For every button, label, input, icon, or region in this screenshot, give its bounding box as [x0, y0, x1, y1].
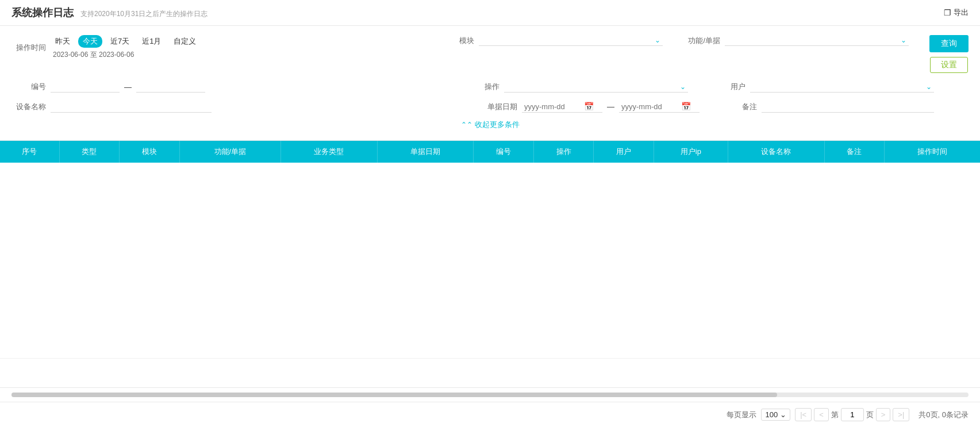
page-size-value: 100: [765, 410, 778, 419]
time-1month[interactable]: 近1月: [137, 35, 166, 48]
user-label: 用户: [711, 82, 745, 92]
per-page-label: 每页显示: [727, 410, 756, 420]
query-button[interactable]: 查询: [929, 35, 969, 52]
filter-area: 操作时间 昨天 今天 近7天 近1月 自定义 2023-06-06 至 2023…: [0, 26, 980, 141]
user-select[interactable]: ⌄: [750, 82, 934, 93]
operation-chevron-icon: ⌄: [680, 83, 686, 91]
first-page-button[interactable]: |<: [795, 408, 812, 421]
voucher-date-label: 单据日期: [477, 102, 517, 112]
page-unit: 页: [866, 410, 874, 420]
table-body: [0, 163, 980, 358]
time-range: 2023-06-06 至 2023-06-06: [53, 50, 201, 60]
export-label: 导出: [954, 7, 969, 18]
export-button[interactable]: ❐ 导出: [944, 7, 969, 18]
remark-input[interactable]: [762, 101, 934, 113]
total-text: 共0页, 0条记录: [918, 410, 969, 420]
number-dash: —: [124, 83, 132, 91]
prev-page-button[interactable]: <: [814, 408, 829, 421]
action-buttons: 查询 设置: [929, 35, 969, 73]
table-col-用户ip: 用户ip: [654, 141, 728, 163]
page-size-select[interactable]: 100 ⌄: [761, 409, 790, 421]
module-chevron-icon: ⌄: [655, 36, 660, 44]
operation-select[interactable]: ⌄: [504, 82, 688, 93]
table-col-单据日期: 单据日期: [377, 141, 474, 163]
table-wrapper: 序号类型模块功能/单据业务类型单据日期编号操作用户用户ip设备名称备注操作时间: [0, 141, 980, 387]
table-col-用户: 用户: [594, 141, 654, 163]
date-dash: —: [607, 102, 614, 111]
time-custom[interactable]: 自定义: [169, 35, 201, 48]
number-label: 编号: [11, 82, 46, 92]
table-col-业务类型: 业务类型: [281, 141, 378, 163]
user-chevron-icon: ⌄: [926, 83, 932, 91]
operation-label: 操作: [465, 82, 499, 92]
page-number-input[interactable]: [841, 408, 864, 421]
next-page-button[interactable]: >: [876, 408, 891, 421]
module-select[interactable]: ⌄: [479, 35, 663, 46]
date-to-input[interactable]: [621, 102, 679, 111]
func-chevron-icon: ⌄: [901, 36, 906, 44]
device-label: 设备名称: [11, 102, 46, 112]
time-label: 操作时间: [11, 43, 46, 53]
data-table: 序号类型模块功能/单据业务类型单据日期编号操作用户用户ip设备名称备注操作时间: [0, 141, 980, 359]
number-input-to[interactable]: [136, 81, 205, 93]
number-input-from[interactable]: [51, 81, 120, 93]
calendar-to-icon[interactable]: 📅: [681, 102, 691, 111]
settings-button[interactable]: 设置: [930, 57, 968, 73]
time-7days[interactable]: 近7天: [106, 35, 134, 48]
page-label: 第: [831, 410, 839, 420]
collapse-chevron-icon: ⌃⌃: [461, 121, 472, 129]
horizontal-scrollbar[interactable]: [11, 393, 969, 397]
table-col-编号: 编号: [474, 141, 533, 163]
date-to-wrapper: 📅: [619, 101, 700, 113]
calendar-from-icon[interactable]: 📅: [584, 102, 594, 111]
pagination-bar: 每页显示 100 ⌄ |< < 第 页 > >| 共0页, 0条记录: [0, 402, 980, 427]
func-select[interactable]: ⌄: [725, 35, 909, 46]
collapse-label: 收起更多条件: [475, 120, 520, 130]
remark-label: 备注: [722, 102, 757, 112]
page-title: 系统操作日志: [11, 6, 74, 20]
table-col-设备名称: 设备名称: [728, 141, 824, 163]
module-label: 模块: [440, 36, 474, 46]
table-col-操作时间: 操作时间: [884, 141, 980, 163]
func-label: 功能/单据: [686, 36, 720, 46]
time-today[interactable]: 今天: [78, 35, 102, 48]
collapse-bar[interactable]: ⌃⌃ 收起更多条件: [11, 116, 969, 134]
table-header-row: 序号类型模块功能/单据业务类型单据日期编号操作用户用户ip设备名称备注操作时间: [0, 141, 980, 163]
table-col-备注: 备注: [824, 141, 884, 163]
table-col-操作: 操作: [533, 141, 593, 163]
time-yesterday[interactable]: 昨天: [51, 35, 75, 48]
date-from-wrapper: 📅: [522, 101, 602, 113]
table-col-序号: 序号: [0, 141, 59, 163]
export-icon: ❐: [944, 8, 951, 17]
last-page-button[interactable]: >|: [893, 408, 909, 421]
pagination-nav: |< < 第 页 > >|: [795, 408, 909, 421]
table-col-功能/单据: 功能/单据: [179, 141, 280, 163]
table-col-类型: 类型: [59, 141, 119, 163]
table-col-模块: 模块: [120, 141, 179, 163]
scrollbar-area: [0, 387, 980, 402]
page-subtitle: 支持2020年10月31日之后产生的操作日志: [80, 9, 207, 19]
date-from-input[interactable]: [524, 102, 582, 111]
device-input[interactable]: [51, 101, 212, 113]
page-size-chevron-icon: ⌄: [780, 410, 786, 419]
